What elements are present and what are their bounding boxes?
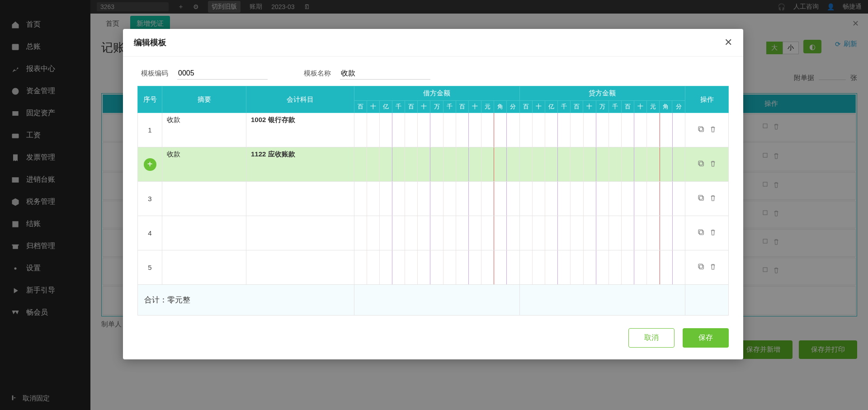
th-digit: 角	[494, 101, 507, 113]
th-credit: 贷方金额	[519, 86, 685, 101]
delete-row-icon[interactable]	[709, 228, 717, 236]
row-index: +	[138, 147, 162, 182]
svg-rect-17	[698, 161, 703, 165]
row-ops	[685, 250, 729, 285]
row-index: 5	[138, 250, 162, 285]
th-digit: 十	[418, 101, 430, 113]
template-row[interactable]: 3	[138, 182, 729, 216]
th-digit: 万	[430, 101, 443, 113]
modal-save-button[interactable]: 保存	[683, 328, 729, 348]
template-row[interactable]: 1收款1002 银行存款	[138, 113, 729, 147]
copy-row-icon[interactable]	[697, 160, 705, 168]
total-cell: 合计：零元整	[138, 285, 354, 316]
svg-rect-21	[698, 230, 703, 234]
th-idx: 序号	[138, 86, 162, 113]
row-summary[interactable]	[162, 182, 246, 216]
row-summary[interactable]: 收款	[162, 147, 246, 182]
th-digit: 十	[583, 101, 596, 113]
modal-header: 编辑模板 ✕	[123, 29, 743, 57]
template-row[interactable]: +收款1122 应收账款	[138, 147, 729, 182]
row-credit[interactable]	[519, 113, 685, 147]
modal-actions: 取消 保存	[123, 319, 743, 359]
th-digit: 千	[443, 101, 456, 113]
row-credit[interactable]	[519, 250, 685, 285]
row-account[interactable]: 1122 应收账款	[246, 147, 354, 182]
row-debit[interactable]	[354, 147, 519, 182]
th-digit: 千	[609, 101, 621, 113]
delete-row-icon[interactable]	[709, 125, 717, 133]
row-credit[interactable]	[519, 147, 685, 182]
th-ops: 操作	[685, 86, 729, 113]
svg-rect-23	[698, 264, 703, 268]
row-summary[interactable]	[162, 250, 246, 285]
th-digit: 分	[672, 101, 685, 113]
th-account: 会计科目	[246, 86, 354, 113]
modal-form: 模板编码 模板名称	[123, 57, 743, 86]
template-row[interactable]: 4	[138, 216, 729, 250]
delete-row-icon[interactable]	[709, 194, 717, 202]
th-digit: 百	[519, 101, 532, 113]
th-digit: 亿	[545, 101, 557, 113]
th-digit: 十	[468, 101, 481, 113]
row-summary[interactable]: 收款	[162, 113, 246, 147]
template-code-label: 模板编码	[141, 69, 168, 78]
add-row-button[interactable]: +	[144, 158, 156, 171]
row-ops	[685, 147, 729, 182]
modal-close-icon[interactable]: ✕	[724, 38, 732, 47]
total-ops-blank	[685, 285, 729, 316]
row-debit[interactable]	[354, 216, 519, 250]
th-digit: 角	[660, 101, 672, 113]
modal-title: 编辑模板	[134, 37, 166, 48]
th-digit: 十	[634, 101, 646, 113]
row-index: 3	[138, 182, 162, 216]
edit-template-modal: 编辑模板 ✕ 模板编码 模板名称 序号 摘要 会计科目 借方金额 贷方金额 操作	[123, 29, 743, 359]
row-index: 1	[138, 113, 162, 147]
delete-row-icon[interactable]	[709, 263, 717, 271]
template-table: 序号 摘要 会计科目 借方金额 贷方金额 操作 百十亿千百十万千百十元角分百十亿…	[137, 86, 729, 316]
th-digit: 十	[367, 101, 379, 113]
th-summary: 摘要	[162, 86, 246, 113]
svg-rect-16	[699, 162, 703, 166]
th-digit: 亿	[379, 101, 392, 113]
th-digit: 万	[596, 101, 609, 113]
row-ops	[685, 182, 729, 216]
template-table-wrap: 序号 摘要 会计科目 借方金额 贷方金额 操作 百十亿千百十万千百十元角分百十亿…	[123, 86, 743, 319]
row-account[interactable]	[246, 216, 354, 250]
th-digit: 百	[571, 101, 583, 113]
copy-row-icon[interactable]	[697, 125, 705, 133]
th-debit: 借方金额	[354, 86, 519, 101]
copy-row-icon[interactable]	[697, 263, 705, 271]
total-label: 合计：	[144, 296, 167, 304]
template-code-field: 模板编码	[141, 67, 268, 80]
row-debit[interactable]	[354, 182, 519, 216]
row-credit[interactable]	[519, 216, 685, 250]
total-value: 零元整	[167, 296, 190, 304]
delete-row-icon[interactable]	[709, 160, 717, 168]
svg-rect-19	[698, 195, 703, 199]
svg-rect-14	[699, 127, 703, 132]
row-summary[interactable]	[162, 216, 246, 250]
th-digit: 千	[392, 101, 405, 113]
th-digit: 百	[621, 101, 634, 113]
th-digit: 十	[532, 101, 545, 113]
template-row[interactable]: 5	[138, 250, 729, 285]
copy-row-icon[interactable]	[697, 194, 705, 202]
svg-rect-15	[698, 127, 703, 131]
th-digit: 元	[481, 101, 494, 113]
th-digit: 百	[456, 101, 468, 113]
row-account[interactable]	[246, 182, 354, 216]
modal-cancel-button[interactable]: 取消	[628, 328, 675, 348]
th-digit: 元	[647, 101, 660, 113]
row-credit[interactable]	[519, 182, 685, 216]
copy-row-icon[interactable]	[697, 228, 705, 236]
row-account[interactable]	[246, 250, 354, 285]
row-account[interactable]: 1002 银行存款	[246, 113, 354, 147]
total-credit	[519, 285, 685, 316]
total-debit	[354, 285, 519, 316]
template-name-input[interactable]	[340, 67, 430, 80]
row-ops	[685, 113, 729, 147]
svg-rect-18	[699, 196, 703, 200]
template-code-input[interactable]	[177, 67, 268, 80]
row-debit[interactable]	[354, 250, 519, 285]
row-debit[interactable]	[354, 113, 519, 147]
